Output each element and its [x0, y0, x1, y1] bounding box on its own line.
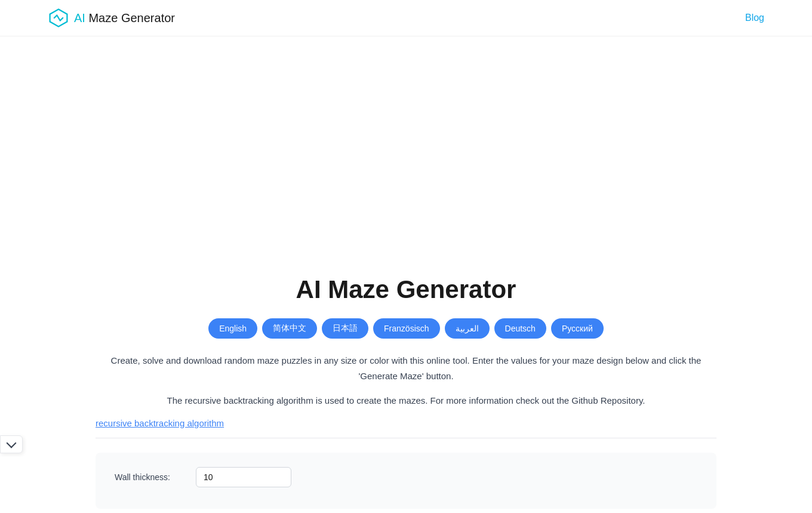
- ad-space: [0, 36, 812, 228]
- logo-icon: [48, 7, 69, 29]
- chevron-down-icon: [7, 438, 17, 449]
- lang-btn-1[interactable]: 简体中文: [262, 318, 317, 339]
- settings-row: Wall thickness:: [115, 467, 697, 487]
- lang-btn-2[interactable]: 日本語: [322, 318, 368, 339]
- navbar: AI Maze Generator Blog: [0, 0, 812, 36]
- lang-btn-4[interactable]: العربية: [445, 318, 490, 339]
- settings-panel: Wall thickness:: [96, 453, 716, 509]
- algorithm-text: The recursive backtracking algorithm is …: [167, 393, 645, 408]
- lang-btn-6[interactable]: Русский: [551, 318, 604, 339]
- divider: [96, 438, 716, 438]
- main-content: AI Maze Generator English简体中文日本語Französi…: [0, 228, 812, 509]
- logo-maze: Maze: [85, 11, 121, 24]
- description-text: Create, solve and download random maze p…: [96, 353, 716, 383]
- algo-link[interactable]: recursive backtracking algorithm: [96, 418, 224, 428]
- logo-generator: Generator: [121, 11, 175, 24]
- blog-link[interactable]: Blog: [745, 13, 764, 23]
- lang-btn-5[interactable]: Deutsch: [494, 318, 546, 339]
- hero-section: AI Maze Generator English简体中文日本語Französi…: [48, 275, 764, 509]
- wall-thickness-label: Wall thickness:: [115, 472, 186, 482]
- collapse-button[interactable]: [0, 435, 23, 453]
- page-title: AI Maze Generator: [296, 275, 516, 304]
- language-buttons: English简体中文日本語FranzösischالعربيةDeutschР…: [208, 318, 604, 339]
- lang-btn-0[interactable]: English: [208, 318, 257, 339]
- logo-ai: AI: [74, 11, 85, 24]
- wall-thickness-input[interactable]: [196, 467, 291, 487]
- logo-text: AI Maze Generator: [74, 11, 175, 25]
- algo-text-prefix: The recursive backtracking algorithm is …: [167, 395, 645, 406]
- lang-btn-3[interactable]: Französisch: [373, 318, 439, 339]
- logo-link[interactable]: AI Maze Generator: [48, 7, 175, 29]
